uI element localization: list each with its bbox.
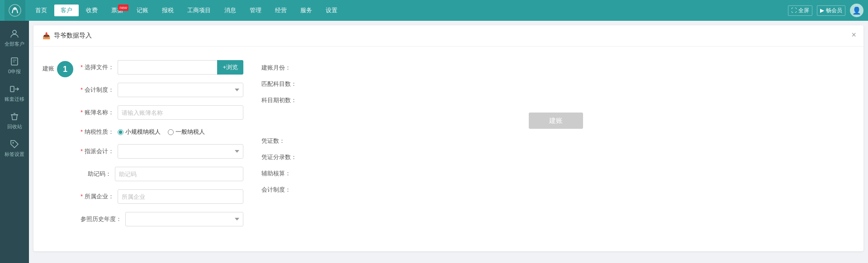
nav-message[interactable]: 消息 <box>218 5 242 16</box>
card-title: 导爷数据导入 <box>54 32 92 40</box>
app-logo[interactable] <box>5 0 25 21</box>
auxiliary-label: 辅助核算： <box>261 169 298 178</box>
ledger-name-label: * 账簿名称： <box>81 108 114 117</box>
import-card: 📥 导爷数据导入 × 建账 1 <box>33 25 863 251</box>
main-content: 📥 导爷数据导入 × 建账 1 <box>29 21 868 263</box>
nav-ledger[interactable]: 记账 <box>130 5 155 16</box>
accounting-label: 会计制度： <box>261 186 298 194</box>
import-icon: 📥 <box>43 32 50 39</box>
nav-invoice[interactable]: 票据 new <box>105 5 129 16</box>
match-subject-row: 匹配科目数： <box>261 80 850 88</box>
file-input[interactable] <box>118 60 218 75</box>
layout: 全部客户 0申报 账套迁移 回收站 <box>0 21 868 263</box>
ledger-name-input[interactable] <box>118 105 243 120</box>
svg-point-2 <box>13 30 16 34</box>
svg-rect-3 <box>11 58 18 65</box>
general-taxpayer-radio-label[interactable]: 一般纳税人 <box>168 128 205 136</box>
svg-point-5 <box>13 142 14 144</box>
nav-manage[interactable]: 管理 <box>243 5 268 16</box>
build-button[interactable]: 建账 <box>529 113 583 129</box>
nav-customer[interactable]: 客户 <box>54 5 79 16</box>
nav-tax[interactable]: 报税 <box>156 5 180 16</box>
avatar[interactable]: 👤 <box>850 4 863 17</box>
browse-button[interactable]: +浏览 <box>217 60 243 75</box>
nav-settings[interactable]: 设置 <box>319 5 344 16</box>
nav-right: ⛶ 全屏 ▶ 畅会员 👤 <box>788 4 863 17</box>
nav-home[interactable]: 首页 <box>29 5 53 16</box>
accounting-system-label: * 会计制度： <box>81 86 114 94</box>
voucher-label: 凭证数： <box>261 137 298 145</box>
sidebar-item-declaration[interactable]: 0申报 <box>1 53 28 79</box>
tax-type-row: * 纳税性质： 小规模纳税人 一般纳税人 <box>81 128 243 136</box>
accounting-system-select[interactable] <box>118 83 243 97</box>
voucher-entries-label: 凭证分录数： <box>261 153 298 161</box>
memo-code-row: 助记码： <box>81 167 243 181</box>
new-badge: new <box>118 5 128 11</box>
form-fields: * 选择文件： +浏览 * 会计制度： <box>81 60 243 226</box>
nav-service[interactable]: 服务 <box>294 5 318 16</box>
tag-icon <box>9 139 19 149</box>
svg-point-0 <box>9 5 21 16</box>
avatar-icon: 👤 <box>852 6 861 15</box>
memo-code-input[interactable] <box>115 167 243 181</box>
form-left: 建账 1 <box>43 60 73 226</box>
assign-accountant-row: * 指派会计： <box>81 144 243 159</box>
step-circle: 1 <box>57 61 73 77</box>
subject-initial-label: 科目期初数： <box>261 96 298 104</box>
company-input[interactable] <box>118 189 243 204</box>
step-label: 建账 <box>43 61 54 73</box>
sidebar-item-tag-settings[interactable]: 标签设置 <box>1 136 28 161</box>
nav-economy[interactable]: 经营 <box>269 5 293 16</box>
person-icon <box>9 29 19 39</box>
fullscreen-button[interactable]: ⛶ 全屏 <box>788 5 812 16</box>
sidebar: 全部客户 0申报 账套迁移 回收站 <box>0 21 29 263</box>
form-body: 建账 1 * 选择文件： +浏览 <box>33 47 863 240</box>
sidebar-item-all-clients[interactable]: 全部客户 <box>1 25 28 51</box>
sidebar-item-recycle[interactable]: 回收站 <box>1 108 28 134</box>
form-right: 建账月份： 匹配科目数： 科目期初数： 建账 <box>243 60 850 226</box>
tax-type-label: * 纳税性质： <box>81 128 114 136</box>
file-row: * 选择文件： +浏览 <box>81 60 243 75</box>
nav-charge[interactable]: 收费 <box>80 5 104 16</box>
file-label: * 选择文件： <box>81 63 114 71</box>
reference-year-label: 参照历史年度： <box>81 215 122 223</box>
declare-icon <box>9 56 19 66</box>
company-row: * 所属企业： <box>81 189 243 204</box>
reference-year-row: 参照历史年度： <box>81 212 243 226</box>
memo-code-label: 助记码： <box>81 170 111 178</box>
voucher-entries-row: 凭证分录数： <box>261 153 850 161</box>
match-subject-label: 匹配科目数： <box>261 80 298 88</box>
voucher-row: 凭证数： <box>261 137 850 145</box>
svg-point-1 <box>14 8 16 10</box>
small-taxpayer-radio-label[interactable]: 小规模纳税人 <box>118 128 161 136</box>
nav-business[interactable]: 工商项目 <box>181 5 217 16</box>
top-navigation: 首页 客户 收费 票据 new 记账 报税 工商项目 消息 管理 经营 服务 设… <box>0 0 868 21</box>
small-taxpayer-radio[interactable] <box>118 129 123 135</box>
ledger-name-row: * 账簿名称： <box>81 105 243 120</box>
trash-icon <box>9 112 19 122</box>
fullscreen-icon: ⛶ <box>791 7 797 14</box>
subject-initial-row: 科目期初数： <box>261 96 850 104</box>
sidebar-item-account-migration[interactable]: 账套迁移 <box>1 80 28 106</box>
assign-accountant-label: * 指派会计： <box>81 147 114 155</box>
svg-rect-4 <box>10 86 14 92</box>
build-month-row: 建账月份： <box>261 64 850 72</box>
member-button[interactable]: ▶ 畅会员 <box>817 5 845 16</box>
close-button[interactable]: × <box>851 31 856 39</box>
build-month-label: 建账月份： <box>261 64 298 72</box>
file-input-group: +浏览 <box>118 60 243 75</box>
migrate-icon <box>9 84 19 94</box>
assign-accountant-select[interactable] <box>118 144 243 159</box>
member-icon: ▶ <box>820 7 824 14</box>
accounting-row: 会计制度： <box>261 186 850 194</box>
nav-items: 首页 客户 收费 票据 new 记账 报税 工商项目 消息 管理 经营 服务 设… <box>29 5 788 16</box>
accounting-system-row: * 会计制度： <box>81 83 243 97</box>
build-btn-wrap: 建账 <box>261 113 850 129</box>
card-header: 📥 导爷数据导入 × <box>33 25 863 47</box>
tax-type-radio-group: 小规模纳税人 一般纳税人 <box>118 128 243 136</box>
auxiliary-row: 辅助核算： <box>261 169 850 178</box>
general-taxpayer-radio[interactable] <box>168 129 174 135</box>
reference-year-select[interactable] <box>125 212 243 226</box>
company-label: * 所属企业： <box>81 193 114 201</box>
